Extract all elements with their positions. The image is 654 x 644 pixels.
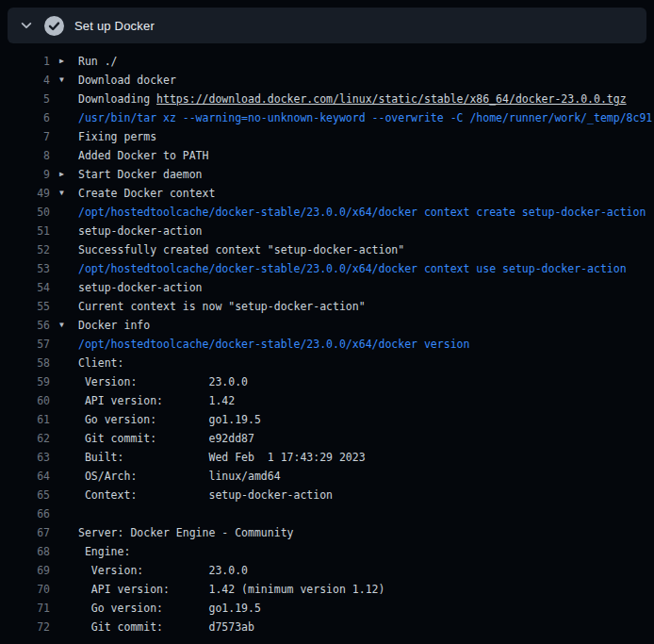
log-line: 4▼Download docker xyxy=(0,71,654,90)
log-line: 62 Git commit: e92dd87 xyxy=(0,429,654,448)
log-line-text: Downloading https://download.docker.com/… xyxy=(50,90,654,108)
log-line-text: /opt/hostedtoolcache/docker-stable/23.0.… xyxy=(50,259,654,278)
log-line-text xyxy=(50,504,654,523)
log-line: 58Client: xyxy=(0,354,654,372)
line-number[interactable]: 7 xyxy=(0,127,50,146)
log-group-title[interactable]: ▼Download docker xyxy=(50,71,654,90)
log-line: 71 Go version: go1.19.5 xyxy=(0,599,654,618)
log-line-text: Current context is now "setup-docker-act… xyxy=(50,297,654,316)
log-line: 65 Context: setup-docker-action xyxy=(0,486,654,504)
log-line-text: /opt/hostedtoolcache/docker-stable/23.0.… xyxy=(50,335,654,354)
download-url-link[interactable]: https://download.docker.com/linux/static… xyxy=(156,92,627,106)
line-number[interactable]: 65 xyxy=(0,486,50,504)
step-header[interactable]: Set up Docker xyxy=(8,8,646,43)
log-line: 59 Version: 23.0.0 xyxy=(0,372,654,391)
line-number[interactable]: 66 xyxy=(0,504,50,523)
log-line-text: Go version: go1.19.5 xyxy=(50,599,654,618)
line-number[interactable]: 72 xyxy=(0,618,50,636)
log-line-text: API version: 1.42 (minimum version 1.12) xyxy=(50,580,654,599)
log-line-text: Server: Docker Engine - Community xyxy=(50,523,654,542)
group-title-text: Docker info xyxy=(78,319,150,332)
line-number[interactable]: 70 xyxy=(0,580,50,599)
log-line-text: Successfully created context "setup-dock… xyxy=(50,240,654,259)
log-line: 9▶Start Docker daemon xyxy=(0,165,654,184)
log-line-text: Version: 23.0.0 xyxy=(50,561,654,580)
line-number[interactable]: 5 xyxy=(0,90,50,108)
log-line-text: /opt/hostedtoolcache/docker-stable/23.0.… xyxy=(50,203,654,222)
log-line: 70 API version: 1.42 (minimum version 1.… xyxy=(0,580,654,599)
log-group-title[interactable]: ▼Create Docker context xyxy=(50,184,654,203)
log-line: 68 Engine: xyxy=(0,542,654,561)
line-number[interactable]: 58 xyxy=(0,354,50,372)
log-line: 49▼Create Docker context xyxy=(0,184,654,203)
log-line: 64 OS/Arch: linux/amd64 xyxy=(0,467,654,486)
line-number[interactable]: 54 xyxy=(0,278,50,297)
log-line-text: Version: 23.0.0 xyxy=(50,372,654,391)
line-number[interactable]: 8 xyxy=(0,146,50,165)
line-number[interactable]: 51 xyxy=(0,222,50,240)
line-number[interactable]: 64 xyxy=(0,467,50,486)
line-number[interactable]: 71 xyxy=(0,599,50,618)
log-line: 55Current context is now "setup-docker-a… xyxy=(0,297,654,316)
triangle-down-icon[interactable]: ▼ xyxy=(59,184,64,203)
line-number[interactable]: 62 xyxy=(0,429,50,448)
line-number[interactable]: 61 xyxy=(0,410,50,429)
log-group-title[interactable]: ▶Start Docker daemon xyxy=(50,165,654,184)
line-number[interactable]: 67 xyxy=(0,523,50,542)
log-line: 54setup-docker-action xyxy=(0,278,654,297)
step-title: Set up Docker xyxy=(74,19,155,33)
log-line-text: /usr/bin/tar xz --warning=no-unknown-key… xyxy=(50,108,654,127)
log-line: 53/opt/hostedtoolcache/docker-stable/23.… xyxy=(0,259,654,278)
group-title-text: Create Docker context xyxy=(78,187,215,200)
log-line-text: Added Docker to PATH xyxy=(50,146,654,165)
log-lines: 1▶Run ./4▼Download docker5Downloading ht… xyxy=(0,52,654,636)
log-group-title[interactable]: ▶Run ./ xyxy=(50,52,654,71)
triangle-right-icon[interactable]: ▶ xyxy=(59,165,64,184)
log-group-title[interactable]: ▼Docker info xyxy=(50,316,654,335)
log-line-text: Client: xyxy=(50,354,654,372)
log-line: 5Downloading https://download.docker.com… xyxy=(0,90,654,108)
log-line: 51setup-docker-action xyxy=(0,222,654,240)
triangle-down-icon[interactable]: ▼ xyxy=(59,71,64,90)
line-number[interactable]: 52 xyxy=(0,240,50,259)
line-number[interactable]: 60 xyxy=(0,391,50,410)
log-line-text: Built: Wed Feb 1 17:43:29 2023 xyxy=(50,448,654,467)
log-line: 8Added Docker to PATH xyxy=(0,146,654,165)
log-line-text: OS/Arch: linux/amd64 xyxy=(50,467,654,486)
line-number[interactable]: 1 xyxy=(0,52,50,71)
line-number[interactable]: 6 xyxy=(0,108,50,127)
log-line: 57/opt/hostedtoolcache/docker-stable/23.… xyxy=(0,335,654,354)
log-line: 60 API version: 1.42 xyxy=(0,391,654,410)
log-line: 7Fixing perms xyxy=(0,127,654,146)
line-number[interactable]: 4 xyxy=(0,71,50,90)
log-line-text: Go version: go1.19.5 xyxy=(50,410,654,429)
triangle-right-icon[interactable]: ▶ xyxy=(59,52,64,71)
line-number[interactable]: 50 xyxy=(0,203,50,222)
chevron-down-icon[interactable] xyxy=(19,18,34,33)
line-number[interactable]: 68 xyxy=(0,542,50,561)
line-number[interactable]: 56 xyxy=(0,316,50,335)
log-line: 67Server: Docker Engine - Community xyxy=(0,523,654,542)
log-line-text: Git commit: e92dd87 xyxy=(50,429,654,448)
line-number[interactable]: 49 xyxy=(0,184,50,203)
log-line: 66 xyxy=(0,504,654,523)
line-number[interactable]: 55 xyxy=(0,297,50,316)
line-number[interactable]: 53 xyxy=(0,259,50,278)
log-line-text: setup-docker-action xyxy=(50,222,654,240)
line-number[interactable]: 63 xyxy=(0,448,50,467)
log-line-text: API version: 1.42 xyxy=(50,391,654,410)
log-line: 69 Version: 23.0.0 xyxy=(0,561,654,580)
log-line: 50/opt/hostedtoolcache/docker-stable/23.… xyxy=(0,203,654,222)
log-line-text: Fixing perms xyxy=(50,127,654,146)
line-number[interactable]: 69 xyxy=(0,561,50,580)
log-line: 72 Git commit: d7573ab xyxy=(0,618,654,636)
line-number[interactable]: 9 xyxy=(0,165,50,184)
log-line-text: Context: setup-docker-action xyxy=(50,486,654,504)
line-number[interactable]: 57 xyxy=(0,335,50,354)
group-title-text: Download docker xyxy=(78,74,176,87)
line-number[interactable]: 59 xyxy=(0,372,50,391)
group-title-text: Start Docker daemon xyxy=(78,168,203,181)
triangle-down-icon[interactable]: ▼ xyxy=(59,316,64,335)
group-title-text: Run ./ xyxy=(78,55,118,68)
log-line-text: setup-docker-action xyxy=(50,278,654,297)
